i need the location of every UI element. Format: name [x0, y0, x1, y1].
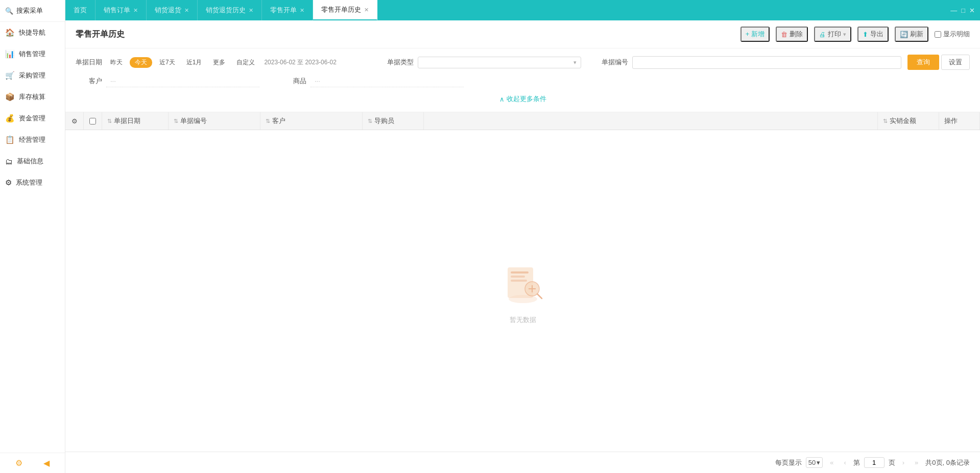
- sales-icon: 📊: [5, 49, 15, 59]
- th-guide: ⇅ 导购员: [363, 112, 424, 130]
- tab-sales-return-history-close[interactable]: ✕: [249, 7, 253, 14]
- empty-text: 暂无数据: [510, 315, 536, 325]
- show-detail-checkbox[interactable]: 显示明细: [935, 30, 970, 39]
- search-icon: 🔍: [5, 7, 13, 15]
- refresh-button[interactable]: 🔄 刷新: [895, 27, 928, 42]
- sidebar-search-label: 搜索采单: [16, 6, 43, 15]
- pagination-next-btn[interactable]: ›: [899, 458, 907, 467]
- th-date-label: 单据日期: [114, 116, 140, 126]
- date-range-text: 2023-06-02 至 2023-06-02: [264, 58, 336, 67]
- tab-sales-order[interactable]: 销售订单 ✕: [95, 0, 147, 20]
- th-customer-label: 客户: [272, 116, 285, 126]
- tab-retail-history-close[interactable]: ✕: [364, 7, 369, 13]
- add-button[interactable]: + 新增: [740, 27, 770, 42]
- date-yesterday-btn[interactable]: 昨天: [106, 57, 127, 68]
- sort-date-icon[interactable]: ⇅: [107, 118, 112, 125]
- tab-retail-history[interactable]: 零售开单历史 ✕: [313, 0, 377, 20]
- date-7days-btn[interactable]: 近7天: [155, 57, 179, 68]
- tab-bar: 首页 销售订单 ✕ 销货退货 ✕ 销货退货历史 ✕ 零售开单 ✕ 零售开单历史 …: [65, 0, 980, 20]
- sidebar-item-label: 基础信息: [17, 157, 43, 166]
- sort-customer-icon[interactable]: ⇅: [266, 118, 270, 125]
- select-all-checkbox[interactable]: [89, 118, 96, 125]
- sidebar-item-label: 采购管理: [19, 71, 45, 80]
- maximize-button[interactable]: □: [961, 7, 965, 14]
- tab-sales-order-close[interactable]: ✕: [133, 7, 138, 14]
- tab-sales-return-label: 销货退货: [155, 6, 181, 15]
- tab-sales-return-close[interactable]: ✕: [184, 7, 189, 14]
- finance-icon: 💰: [5, 114, 15, 123]
- collapse-row: ∧ 收起更多条件: [76, 92, 970, 106]
- sidebar-item-finance[interactable]: 💰 资金管理: [0, 108, 65, 129]
- filter-row-1: 单据日期 昨天 今天 近7天 近1月 更多 自定义 2023-06-02 至 2…: [76, 55, 970, 70]
- show-detail-input[interactable]: [935, 31, 941, 38]
- refresh-button-label: 刷新: [910, 30, 923, 39]
- date-today-btn[interactable]: 今天: [130, 57, 152, 68]
- page-content: 零售开单历史 + 新增 🗑 删除 🖨 打印 ▾ ⬆ 导出: [65, 20, 980, 473]
- sort-no-icon[interactable]: ⇅: [174, 118, 178, 125]
- sort-guide-icon[interactable]: ⇅: [368, 118, 372, 125]
- date-custom-btn[interactable]: 自定义: [232, 57, 259, 68]
- sidebar-item-quick-nav[interactable]: 🏠 快捷导航: [0, 22, 65, 43]
- tab-retail-open-close[interactable]: ✕: [300, 7, 304, 14]
- th-customer: ⇅ 客户: [260, 112, 363, 130]
- tab-sales-return-history[interactable]: 销货退货历史 ✕: [198, 0, 262, 20]
- print-button[interactable]: 🖨 打印 ▾: [814, 27, 851, 42]
- setting-button[interactable]: 设置: [941, 55, 970, 70]
- page-size-value: 50: [808, 459, 816, 466]
- sidebar-gear-button[interactable]: ⚙: [15, 458, 22, 468]
- sidebar-item-operations[interactable]: 📋 经营管理: [0, 129, 65, 151]
- date-1month-btn[interactable]: 近1月: [182, 57, 206, 68]
- tab-home-label: 首页: [74, 6, 87, 15]
- sort-amount-icon[interactable]: ⇅: [883, 118, 888, 125]
- collapse-up-icon: ∧: [499, 95, 505, 103]
- export-button[interactable]: ⬆ 导出: [857, 27, 889, 42]
- sidebar-collapse-button[interactable]: ◀: [43, 458, 50, 468]
- tab-retail-open[interactable]: 零售开单 ✕: [262, 0, 313, 20]
- delete-icon: 🗑: [781, 31, 787, 38]
- th-checkbox[interactable]: [84, 112, 102, 130]
- th-fill: [424, 112, 878, 130]
- operations-icon: 📋: [5, 135, 15, 144]
- sidebar-item-sales[interactable]: 📊 销售管理: [0, 43, 65, 65]
- pagination-first-btn[interactable]: «: [827, 458, 836, 467]
- inventory-icon: 📦: [5, 92, 15, 102]
- pagination-page-input[interactable]: [864, 457, 885, 468]
- pagination-last-btn[interactable]: »: [912, 458, 921, 467]
- tab-sales-return[interactable]: 销货退货 ✕: [147, 0, 198, 20]
- date-more-btn[interactable]: 更多: [209, 57, 229, 68]
- doc-no-input[interactable]: [632, 56, 902, 69]
- close-button[interactable]: ✕: [969, 7, 975, 14]
- sidebar-item-system[interactable]: ⚙ 系统管理: [0, 172, 65, 193]
- goods-placeholder: ···: [315, 77, 320, 85]
- tab-home[interactable]: 首页: [65, 0, 95, 20]
- sidebar-item-purchase[interactable]: 🛒 采购管理: [0, 65, 65, 86]
- svg-rect-2: [511, 271, 529, 273]
- delete-button[interactable]: 🗑 删除: [776, 27, 808, 42]
- sidebar-item-label: 库存核算: [19, 92, 45, 102]
- query-button[interactable]: 查询: [907, 55, 939, 70]
- sidebar-search[interactable]: 🔍 搜索采单: [0, 0, 65, 22]
- sidebar-item-label: 系统管理: [16, 178, 42, 187]
- goods-input[interactable]: ···: [310, 75, 464, 87]
- sidebar-item-basic-info[interactable]: 🗂 基础信息: [0, 151, 65, 172]
- sidebar-item-label: 资金管理: [19, 114, 45, 123]
- window-controls: — □ ✕: [950, 7, 980, 14]
- collapse-button[interactable]: ∧ 收起更多条件: [499, 94, 546, 104]
- pagination-prev-btn[interactable]: ‹: [841, 458, 849, 467]
- purchase-icon: 🛒: [5, 71, 15, 80]
- add-button-label: + 新增: [746, 30, 764, 39]
- customer-input[interactable]: ···: [106, 75, 259, 87]
- filter-area: 单据日期 昨天 今天 近7天 近1月 更多 自定义 2023-06-02 至 2…: [65, 48, 980, 112]
- th-settings[interactable]: ⚙: [65, 112, 84, 130]
- th-op-label: 操作: [944, 116, 958, 126]
- page-header: 零售开单历史 + 新增 🗑 删除 🖨 打印 ▾ ⬆ 导出: [65, 20, 980, 48]
- minimize-button[interactable]: —: [950, 7, 957, 14]
- sidebar-item-label: 销售管理: [19, 49, 45, 59]
- page-size-select[interactable]: 50 ▾: [806, 457, 823, 468]
- doc-type-select[interactable]: ▾: [418, 57, 581, 68]
- home-icon: 🏠: [5, 28, 15, 37]
- sidebar-item-inventory[interactable]: 📦 库存核算: [0, 86, 65, 108]
- filter-row-2: 客户 ··· 商品 ···: [76, 75, 970, 87]
- doc-type-label: 单据类型: [387, 58, 418, 67]
- print-icon: 🖨: [819, 31, 826, 38]
